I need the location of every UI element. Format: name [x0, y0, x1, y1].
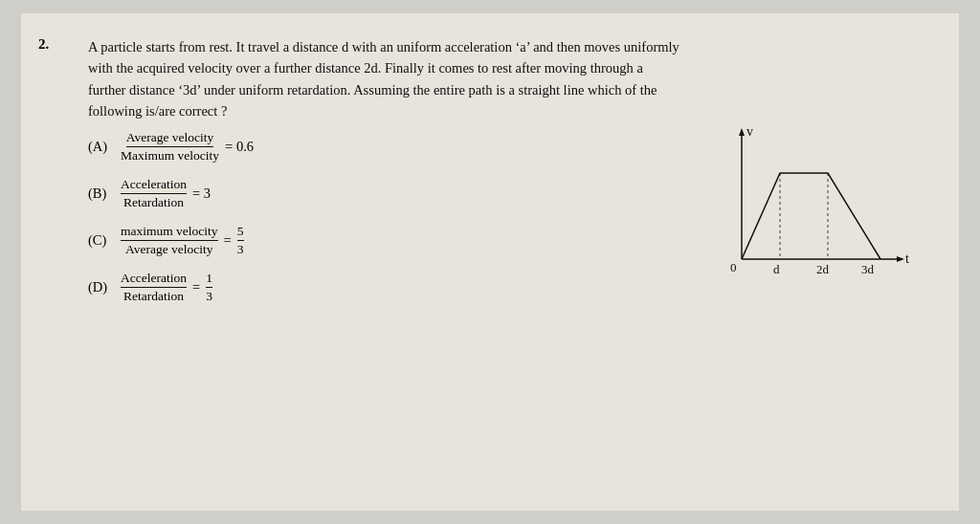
question-number: 2. — [38, 36, 49, 53]
option-d-denominator: Retardation — [123, 288, 184, 304]
option-b-denominator: Retardation — [123, 194, 184, 210]
d-label: d — [773, 262, 780, 276]
page: 2. A particle starts from rest. It trave… — [21, 13, 959, 511]
options-area: (A) Average velocity Maximum velocity = … — [88, 130, 660, 317]
text-line1: A particle starts from rest. It travel a… — [88, 39, 679, 55]
text-line4: following is/are correct ? — [88, 103, 227, 119]
option-a: (A) Average velocity Maximum velocity = … — [88, 130, 660, 164]
option-c-numerator: maximum velocity — [121, 224, 218, 241]
v-label: v — [746, 124, 753, 139]
fraction-b: Acceleration Retardation — [121, 177, 187, 210]
option-b: (B) Acceleration Retardation = 3 — [88, 177, 660, 210]
option-a-equals: = 0.6 — [225, 139, 254, 155]
three-d-label: 3d — [861, 262, 875, 276]
option-b-label: (B) — [88, 186, 119, 202]
option-c-value-num: 5 — [237, 224, 244, 241]
option-d: (D) Acceleration Retardation = 1 3 — [88, 271, 660, 304]
option-c: (C) maximum velocity Average velocity = … — [88, 224, 660, 257]
option-c-equals: = — [224, 232, 232, 249]
t-label: t — [905, 251, 909, 266]
fraction-d-value: 1 3 — [206, 271, 212, 304]
option-d-label: (D) — [88, 279, 119, 295]
question-text: A particle starts from rest. It travel a… — [88, 36, 928, 122]
two-d-label: 2d — [816, 262, 830, 276]
fraction-a: Average velocity Maximum velocity — [121, 130, 219, 164]
option-d-value-num: 1 — [206, 271, 212, 288]
graph-area: v t 0 d 2d 3d — [679, 120, 928, 317]
svg-marker-3 — [897, 256, 904, 262]
origin-label: 0 — [730, 260, 737, 274]
fraction-c-value: 5 3 — [237, 224, 244, 257]
text-line3: further distance ‘3d’ under uniform reta… — [88, 82, 657, 98]
option-c-label: (C) — [88, 232, 119, 249]
option-b-equals: = 3 — [192, 186, 211, 202]
fraction-d: Acceleration Retardation — [121, 271, 187, 304]
content-area: (A) Average velocity Maximum velocity = … — [88, 130, 928, 317]
fraction-c: maximum velocity Average velocity — [121, 224, 218, 257]
option-a-denominator: Maximum velocity — [121, 147, 219, 164]
option-b-numerator: Acceleration — [121, 177, 187, 194]
option-a-numerator: Average velocity — [126, 130, 214, 147]
option-a-label: (A) — [88, 139, 119, 155]
option-c-value-den: 3 — [237, 241, 244, 257]
option-d-numerator: Acceleration — [121, 271, 187, 288]
option-d-equals: = — [192, 279, 200, 295]
velocity-time-graph: v t 0 d 2d 3d — [694, 120, 914, 293]
option-c-denominator: Average velocity — [125, 241, 213, 257]
text-line2: with the acquired velocity over a furthe… — [88, 60, 643, 76]
svg-marker-1 — [739, 128, 745, 136]
option-d-value-den: 3 — [206, 288, 212, 304]
